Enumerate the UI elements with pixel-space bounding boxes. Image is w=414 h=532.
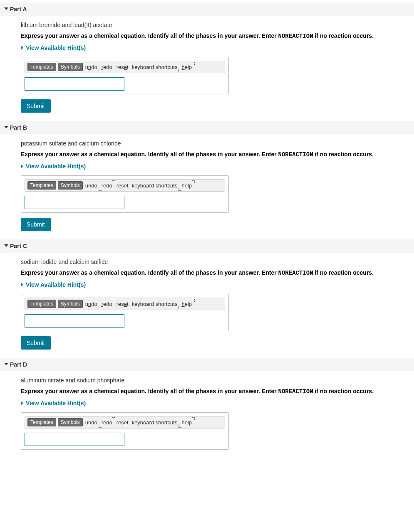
part-header[interactable]: Part D bbox=[0, 358, 414, 371]
answer-input[interactable] bbox=[25, 314, 124, 328]
equation-toolbar: Templates Symbols undo redo reset keyboa… bbox=[25, 179, 225, 192]
reset-button[interactable]: reset bbox=[116, 419, 129, 426]
undo-button[interactable]: undo bbox=[84, 419, 98, 426]
undo-button[interactable]: undo bbox=[84, 64, 98, 70]
equation-toolbar: Templates Symbols undo redo reset keyboa… bbox=[25, 298, 225, 310]
part-body: lithium bromide and lead(II) acetate Exp… bbox=[0, 16, 414, 118]
redo-button[interactable]: redo bbox=[101, 182, 113, 189]
hints-label: View Available Hint(s) bbox=[26, 44, 86, 51]
keyboard-shortcuts-button[interactable]: keyboard shortcuts bbox=[131, 419, 178, 426]
instruction-text: Express your answer as a chemical equati… bbox=[21, 151, 410, 158]
symbols-button[interactable]: Symbols bbox=[58, 300, 83, 308]
templates-button[interactable]: Templates bbox=[27, 300, 56, 308]
instruction-text: Express your answer as a chemical equati… bbox=[21, 269, 410, 276]
submit-button[interactable]: Submit bbox=[21, 336, 51, 350]
undo-button[interactable]: undo bbox=[84, 182, 98, 189]
keyboard-shortcuts-button[interactable]: keyboard shortcuts bbox=[131, 301, 178, 307]
part-body: aluminum nitrate and sodium phosphate Ex… bbox=[0, 371, 414, 461]
reset-button[interactable]: reset bbox=[116, 182, 129, 189]
instruction-text: Express your answer as a chemical equati… bbox=[21, 32, 410, 39]
help-button[interactable]: help bbox=[181, 301, 193, 307]
answer-box: Templates Symbols undo redo reset keyboa… bbox=[21, 412, 229, 450]
equation-toolbar: Templates Symbols undo redo reset keyboa… bbox=[25, 416, 225, 429]
templates-button[interactable]: Templates bbox=[27, 63, 56, 71]
templates-button[interactable]: Templates bbox=[27, 418, 56, 426]
reset-button[interactable]: reset bbox=[116, 64, 129, 70]
part-label: Part A bbox=[10, 6, 27, 12]
view-hints-link[interactable]: View Available Hint(s) bbox=[21, 400, 86, 406]
caret-right-icon bbox=[21, 46, 23, 50]
part-header[interactable]: Part C bbox=[0, 239, 414, 253]
undo-button[interactable]: undo bbox=[84, 301, 98, 307]
question-text: aluminum nitrate and sodium phosphate bbox=[21, 377, 410, 384]
answer-input[interactable] bbox=[25, 77, 124, 91]
hints-label: View Available Hint(s) bbox=[26, 281, 86, 288]
answer-input[interactable] bbox=[25, 196, 124, 209]
symbols-button[interactable]: Symbols bbox=[58, 181, 83, 190]
keyboard-shortcuts-button[interactable]: keyboard shortcuts bbox=[131, 64, 178, 70]
part-body: potassium sulfate and calcium chloride E… bbox=[0, 134, 414, 237]
caret-down-icon bbox=[4, 126, 8, 128]
caret-right-icon bbox=[21, 283, 23, 287]
reset-button[interactable]: reset bbox=[116, 301, 129, 307]
caret-right-icon bbox=[21, 164, 23, 168]
caret-right-icon bbox=[21, 401, 23, 405]
symbols-button[interactable]: Symbols bbox=[58, 418, 83, 426]
submit-button[interactable]: Submit bbox=[21, 99, 51, 113]
view-hints-link[interactable]: View Available Hint(s) bbox=[21, 44, 86, 51]
answer-input[interactable] bbox=[25, 433, 124, 446]
submit-button[interactable]: Submit bbox=[21, 218, 51, 231]
question-text: lithium bromide and lead(II) acetate bbox=[21, 22, 410, 28]
redo-button[interactable]: redo bbox=[101, 64, 113, 70]
answer-box: Templates Symbols undo redo reset keyboa… bbox=[21, 294, 229, 331]
instruction-text: Express your answer as a chemical equati… bbox=[21, 388, 410, 395]
help-button[interactable]: help bbox=[181, 419, 193, 426]
redo-button[interactable]: redo bbox=[101, 301, 113, 307]
view-hints-link[interactable]: View Available Hint(s) bbox=[21, 163, 86, 170]
redo-button[interactable]: redo bbox=[101, 419, 113, 426]
part-body: sodium iodide and calcium sulfide Expres… bbox=[0, 253, 414, 355]
caret-down-icon bbox=[4, 7, 8, 10]
help-button[interactable]: help bbox=[181, 182, 193, 189]
part-header[interactable]: Part A bbox=[0, 2, 414, 16]
answer-box: Templates Symbols undo redo reset keyboa… bbox=[21, 175, 229, 213]
help-button[interactable]: help bbox=[181, 64, 193, 70]
hints-label: View Available Hint(s) bbox=[26, 163, 86, 170]
part-label: Part D bbox=[10, 361, 27, 368]
question-text: sodium iodide and calcium sulfide bbox=[21, 259, 410, 265]
view-hints-link[interactable]: View Available Hint(s) bbox=[21, 281, 86, 288]
part-label: Part C bbox=[10, 243, 27, 249]
equation-toolbar: Templates Symbols undo redo reset keyboa… bbox=[25, 61, 225, 73]
question-text: potassium sulfate and calcium chloride bbox=[21, 140, 410, 147]
symbols-button[interactable]: Symbols bbox=[58, 63, 83, 71]
answer-box: Templates Symbols undo redo reset keyboa… bbox=[21, 57, 229, 94]
part-label: Part B bbox=[10, 124, 27, 131]
hints-label: View Available Hint(s) bbox=[26, 400, 86, 406]
caret-down-icon bbox=[4, 363, 8, 365]
part-header[interactable]: Part B bbox=[0, 121, 414, 134]
templates-button[interactable]: Templates bbox=[27, 181, 56, 190]
caret-down-icon bbox=[4, 244, 8, 247]
keyboard-shortcuts-button[interactable]: keyboard shortcuts bbox=[131, 182, 178, 189]
